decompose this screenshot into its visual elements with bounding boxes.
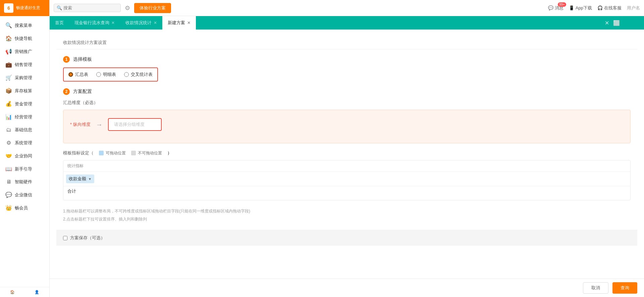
radio-input-summary[interactable] (68, 72, 73, 77)
sidebar-item[interactable]: 💬企业微信 (0, 188, 49, 201)
nav-icon: 📢 (5, 48, 12, 55)
sidebar-item[interactable]: 📢营销推广 (0, 45, 49, 58)
legend-dot (99, 151, 104, 155)
tab-item[interactable]: 首页 (50, 16, 69, 30)
radio-option-cross[interactable]: 交叉统计表 (124, 71, 153, 78)
maximize-icon[interactable]: ⬜ (612, 18, 621, 28)
radio-input-cross[interactable] (124, 72, 129, 77)
sidebar-item-label: 销售管理 (15, 62, 32, 68)
message-icon: 💬 (548, 5, 553, 10)
sidebar-item[interactable]: 📖新手引导 (0, 162, 49, 176)
logo-icon: 6 (4, 3, 13, 13)
service-btn[interactable]: 🎧 在线客服 (597, 5, 622, 11)
dimension-area: 纵向维度 → 请选择分组维度 (63, 110, 631, 143)
tabbar-actions: ✕ ⬜ (603, 16, 624, 30)
nav-icon: 💰 (5, 101, 12, 107)
tabbar: 首页现金银行流水查询✕收款情况统计✕新建方案✕ ✕ ⬜ (50, 16, 644, 30)
sidebar-item[interactable]: 🔍搜索菜单 (0, 19, 49, 32)
template-options: 汇总表明细表交叉统计表 (63, 67, 158, 82)
indicator-legend: 可拖动位置不可拖动位置 (99, 150, 162, 156)
sidebar-item[interactable]: ⚙系统管理 (0, 136, 49, 149)
legend-item: 可拖动位置 (99, 150, 126, 156)
app-download-btn[interactable]: 📱 App下载 (569, 5, 592, 11)
tab-item[interactable]: 新建方案✕ (162, 16, 196, 30)
radio-option-summary[interactable]: 汇总表 (68, 71, 88, 78)
tab-item[interactable]: 收款情况统计✕ (120, 16, 162, 30)
sidebar-item[interactable]: 📦库存核算 (0, 84, 49, 97)
search-input[interactable] (63, 5, 114, 10)
tips-section: 1.拖动标题栏可以调整布局，不可跨维度或指标区域拖动栏目字段(只能在同一维度或指… (63, 207, 631, 223)
topbar-search-box[interactable]: 🔍 (54, 4, 121, 12)
sidebar-footer-home[interactable]: 🏠 (10, 290, 15, 294)
tip-line: 1.拖动标题栏可以调整布局，不可跨维度或指标区域拖动栏目字段(只能在同一维度或指… (63, 207, 631, 215)
step1-section: 1 选择模板 汇总表明细表交叉统计表 (63, 56, 631, 82)
dimension-select[interactable]: 请选择分组维度 (108, 118, 162, 131)
user-info[interactable]: 用户名 (627, 5, 640, 11)
nav-icon: 🛒 (5, 75, 12, 81)
gear-icon[interactable]: ⚙ (123, 3, 131, 13)
radio-input-detail[interactable] (96, 72, 101, 77)
vertical-dimension-label: 纵向维度 (70, 121, 91, 128)
notification-btn[interactable]: 💬 消息 99+ (548, 5, 564, 11)
sidebar-item[interactable]: 🤝企业协同 (0, 149, 49, 162)
nav-icon: 🏠 (5, 35, 12, 42)
tab-item[interactable]: 现金银行流水查询✕ (69, 16, 120, 30)
close-window-icon[interactable]: ✕ (603, 18, 610, 28)
sidebar-item[interactable]: 💰资金管理 (0, 97, 49, 110)
sidebar-header: 6 畅捷通好生意 (0, 0, 49, 16)
search-icon: 🔍 (57, 5, 62, 10)
nav-icon: 👑 (5, 205, 12, 211)
sidebar-item[interactable]: 📊经营管理 (0, 110, 49, 123)
topbar: 🔍 ⚙ 体验行业方案 💬 消息 99+ 📱 App下载 🎧 在线客服 用户名 (50, 0, 644, 16)
save-checkbox[interactable] (63, 236, 67, 240)
logo-text: 畅捷通好生意 (16, 5, 40, 11)
cancel-button[interactable]: 取消 (583, 282, 608, 294)
indicator-section: 模板指标设定（ 可拖动位置不可拖动位置 ） 统计指标 收款金额▼ 合计 (63, 150, 631, 200)
sidebar-item[interactable]: 🏠快捷导航 (0, 32, 49, 45)
nav-icon: ⚙ (5, 140, 12, 146)
query-button[interactable]: 查询 (612, 282, 637, 294)
nav-icon: 💼 (5, 61, 12, 68)
bottom-bar: 取消 查询 (50, 279, 644, 297)
sidebar-item-label: 新手引导 (15, 166, 32, 172)
dimension-row: 纵向维度 → 请选择分组维度 (70, 118, 624, 131)
tab-label: 现金银行流水查询 (74, 20, 109, 26)
indicator-title: 模板指标设定（ (63, 150, 94, 156)
content-area: 收款情况统计方案设置 1 选择模板 汇总表明细表交叉统计表 2 方案配置 (50, 30, 644, 279)
dimension-subtitle: 汇总维度（必选） (63, 100, 631, 106)
save-option: 方案保存（可选） (56, 230, 637, 246)
service-icon: 🎧 (597, 5, 603, 10)
sidebar-item-label: 营销推广 (15, 49, 32, 55)
sidebar-item[interactable]: 💼销售管理 (0, 58, 49, 71)
notif-badge: 99+ (558, 2, 566, 7)
step2-section: 2 方案配置 汇总维度（必选） 纵向维度 → 请选择分组维度 (63, 88, 631, 223)
nav-icon: 📊 (5, 114, 12, 120)
step2-num: 2 (63, 88, 70, 95)
radio-option-detail[interactable]: 明细表 (96, 71, 116, 78)
tab-close-icon[interactable]: ✕ (111, 20, 115, 25)
tip-line: 2.点击标题栏下拉可设置排序、插入列和删除列 (63, 215, 631, 223)
sidebar-item-label: 经营管理 (15, 114, 32, 120)
sidebar-item[interactable]: 🗂基础信息 (0, 123, 49, 136)
legend-label: 可拖动位置 (106, 150, 126, 156)
trial-button[interactable]: 体验行业方案 (134, 3, 171, 13)
step2-header: 2 方案配置 (63, 88, 631, 95)
config-section: 汇总维度（必选） 纵向维度 → 请选择分组维度 (63, 100, 631, 143)
sidebar-item[interactable]: 👑畅会员 (0, 201, 49, 214)
sidebar-item[interactable]: 🖥智能硬件 (0, 176, 49, 188)
metric-card[interactable]: 收款金额▼ (66, 175, 94, 183)
sidebar-item-label: 企业协同 (15, 153, 32, 159)
sidebar-item[interactable]: 🛒采购管理 (0, 71, 49, 84)
dropdown-icon[interactable]: ▼ (88, 177, 92, 181)
step1-title: 选择模板 (73, 56, 92, 62)
sidebar-item-label: 系统管理 (15, 140, 32, 146)
sidebar-footer-profile[interactable]: 👤 (35, 290, 39, 294)
step2-title: 方案配置 (73, 89, 92, 95)
sidebar-item-label: 基础信息 (15, 127, 32, 133)
tab-close-icon[interactable]: ✕ (154, 20, 157, 25)
legend-dot (131, 151, 136, 155)
tab-close-icon[interactable]: ✕ (187, 20, 191, 25)
tab-label: 新建方案 (168, 20, 185, 26)
nav-icon: 🖥 (5, 179, 12, 185)
nav-icon: 💬 (5, 192, 12, 198)
